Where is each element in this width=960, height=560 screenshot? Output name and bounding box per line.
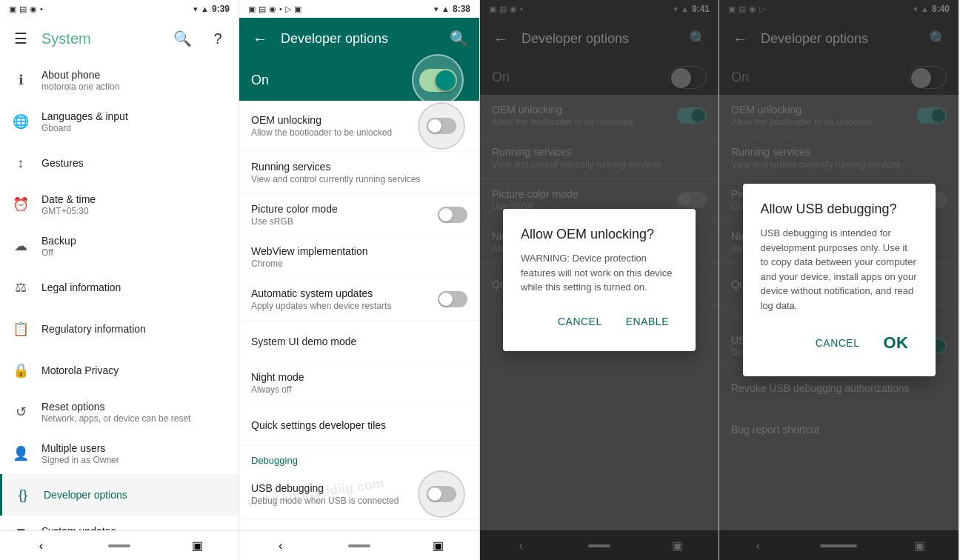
usb-dialog-body: USB debugging is intended for developmen…	[761, 226, 918, 313]
regulatory-icon: 📋	[12, 320, 30, 338]
sidebar-item-updates[interactable]: 📱 System updates Updated to Android 9	[0, 516, 239, 530]
help-icon[interactable]: ?	[203, 24, 233, 53]
notification-icons: ▣ ▤ ◉ •	[9, 4, 43, 14]
settings-running-services[interactable]: Running services View and control curren…	[239, 152, 479, 194]
notif-mid4: •	[279, 4, 282, 13]
developer-header-mid: ← Developer options 🔍	[239, 18, 479, 59]
status-bar-mid: ▣ ▤ ◉ • ▷ ▣ ▾ ▲ 8:38	[239, 0, 479, 18]
back-btn-mid[interactable]: ‹	[266, 535, 296, 557]
settings-oem-unlocking[interactable]: OEM unlocking Allow the bootloader to be…	[239, 101, 479, 152]
notif-mid6: ▣	[294, 4, 301, 14]
developer-title-mid: Developer options	[281, 31, 438, 47]
notif-mid5: ▷	[285, 4, 291, 14]
system-icons-mid: ▾ ▲ 8:38	[434, 4, 470, 14]
on-label: On	[251, 73, 408, 88]
debugging-section-header: Debugging	[239, 446, 479, 469]
sidebar-item-about[interactable]: ℹ About phone motorola one action	[0, 59, 239, 101]
settings-picture-color[interactable]: Picture color mode Use sRGB	[239, 194, 479, 236]
oem-cancel-button[interactable]: Cancel	[549, 310, 611, 333]
back-btn[interactable]: ‹	[26, 535, 56, 557]
system-icons-left: ▾ ▲ 9:39	[193, 4, 230, 14]
right-panels: ▣ ▤ ◉ • ▾ ▲ 9:41 ← Developer options 🔍 O…	[480, 0, 960, 560]
wifi-icon-mid: ▾	[434, 4, 439, 14]
auto-updates-toggle[interactable]	[438, 291, 467, 307]
about-icon: ℹ	[12, 71, 30, 89]
reset-icon: ↺	[12, 403, 30, 421]
oem-unlocking-toggle[interactable]	[427, 118, 456, 134]
usb-debugging-dialog: Allow USB debugging? USB debugging is in…	[743, 184, 936, 376]
system-settings-panel: ▣ ▤ ◉ • ▾ ▲ 9:39 ☰ System 🔍 ? ℹ About ph…	[0, 0, 239, 560]
notif-icon3: ◉	[30, 4, 37, 14]
back-icon-mid[interactable]: ←	[245, 24, 275, 53]
clock-icon: ⏰	[12, 196, 30, 213]
recents-btn-mid[interactable]: ▣	[423, 535, 453, 557]
time-left: 9:39	[212, 4, 230, 14]
developer-icon: {}	[14, 486, 32, 504]
notif-icons-mid: ▣ ▤ ◉ • ▷ ▣	[248, 4, 301, 14]
on-toggle[interactable]	[419, 69, 457, 92]
on-toggle-row[interactable]: On	[239, 59, 479, 101]
search-icon[interactable]: 🔍	[167, 24, 197, 53]
settings-sidebar-list: ℹ About phone motorola one action 🌐 Lang…	[0, 59, 239, 530]
backup-icon: ☁	[12, 237, 30, 255]
gestures-icon: ↕	[12, 154, 30, 172]
usb-ok-button[interactable]: OK	[875, 327, 918, 359]
menu-icon[interactable]: ☰	[6, 24, 36, 53]
home-indicator-mid[interactable]	[348, 544, 370, 547]
sidebar-item-legal[interactable]: ⚖ Legal information	[0, 267, 239, 308]
developer-options-panel-oem-dialog: ▣ ▤ ◉ • ▾ ▲ 9:41 ← Developer options 🔍 O…	[480, 0, 719, 560]
nav-bar-left: ‹ ▣	[0, 530, 239, 560]
picture-color-toggle[interactable]	[438, 207, 467, 223]
oem-unlocking-dialog: Allow OEM unlocking? WARNING: Device pro…	[503, 209, 696, 351]
system-header: ☰ System 🔍 ?	[0, 18, 239, 59]
sidebar-item-reset[interactable]: ↺ Reset options Network, apps, or device…	[0, 391, 239, 433]
usb-dialog-overlay: Allow USB debugging? USB debugging is in…	[719, 0, 959, 560]
nav-bar-mid: ‹ ▣	[239, 530, 479, 560]
recents-btn[interactable]: ▣	[183, 535, 213, 557]
developer-options-panel: ▣ ▤ ◉ • ▷ ▣ ▾ ▲ 8:38 ← Developer options…	[239, 0, 480, 560]
notif-icon4: •	[40, 4, 43, 13]
users-icon: 👤	[12, 444, 30, 462]
system-title: System	[41, 30, 161, 47]
settings-quick-settings-tiles[interactable]: Quick settings developer tiles	[239, 404, 479, 446]
sidebar-item-privacy[interactable]: 🔒 Motorola Privacy	[0, 350, 239, 391]
oem-dialog-overlay: Allow OEM unlocking? WARNING: Device pro…	[480, 0, 719, 560]
notif-mid2: ▤	[259, 4, 266, 14]
oem-dialog-actions: Cancel Enable	[521, 310, 678, 333]
settings-auto-updates[interactable]: Automatic system updates Apply updates w…	[239, 279, 479, 321]
sidebar-item-users[interactable]: 👤 Multiple users Signed in as Owner	[0, 433, 239, 474]
notif-icon2: ▤	[19, 4, 27, 14]
legal-icon: ⚖	[12, 279, 30, 296]
usb-dialog-title: Allow USB debugging?	[761, 201, 918, 217]
status-bar-left: ▣ ▤ ◉ • ▾ ▲ 9:39	[0, 0, 239, 18]
sidebar-item-gestures[interactable]: ↕ Gestures	[0, 142, 239, 184]
privacy-icon: 🔒	[12, 361, 30, 379]
usb-dialog-actions: Cancel OK	[761, 327, 918, 359]
usb-cancel-button[interactable]: Cancel	[807, 327, 869, 359]
usb-debugging-toggle[interactable]	[427, 486, 456, 502]
developer-options-panel-usb-dialog: ▣ ▤ ◉ ▷ ▾ ▲ 8:40 ← Developer options 🔍 O…	[719, 0, 959, 560]
settings-night-mode[interactable]: Night mode Always off	[239, 362, 479, 404]
settings-revoke-usb[interactable]: Revoke USB debugging authorizations	[239, 520, 479, 530]
oem-dialog-title: Allow OEM unlocking?	[521, 227, 678, 242]
sidebar-item-developer[interactable]: {} Developer options	[0, 474, 239, 516]
search-icon-mid[interactable]: 🔍	[444, 24, 473, 53]
sidebar-item-languages[interactable]: 🌐 Languages & input Gboard	[0, 101, 239, 142]
sidebar-item-backup[interactable]: ☁ Backup Off	[0, 225, 239, 267]
settings-system-ui-demo[interactable]: System UI demo mode	[239, 321, 479, 362]
sidebar-item-regulatory[interactable]: 📋 Regulatory information	[0, 308, 239, 350]
wifi-icon: ▾	[193, 4, 198, 14]
developer-settings-list: OEM unlocking Allow the bootloader to be…	[239, 101, 479, 530]
notif-mid1: ▣	[248, 4, 256, 14]
notif-icon1: ▣	[9, 4, 16, 14]
settings-webview[interactable]: WebView implementation Chrome	[239, 236, 479, 279]
time-mid: 8:38	[453, 4, 470, 14]
signal-icon-mid: ▲	[441, 4, 450, 13]
oem-enable-button[interactable]: Enable	[617, 310, 678, 333]
home-indicator[interactable]	[108, 544, 130, 547]
languages-icon: 🌐	[12, 113, 30, 130]
settings-usb-debugging[interactable]: USB debugging Debug mode when USB is con…	[239, 469, 479, 520]
sidebar-item-datetime[interactable]: ⏰ Date & time GMT+05:30	[0, 184, 239, 225]
notif-mid3: ◉	[269, 4, 276, 14]
oem-dialog-body: WARNING: Device protection features will…	[521, 251, 678, 295]
